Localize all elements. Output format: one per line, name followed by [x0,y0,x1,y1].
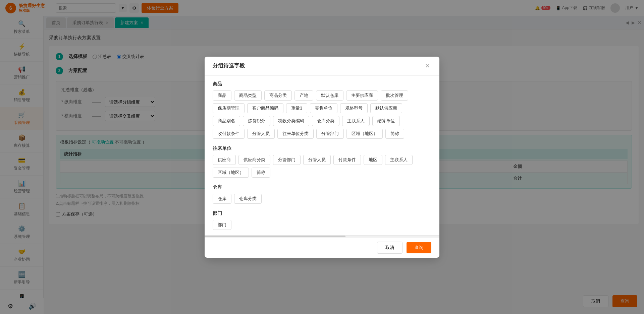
field-tag[interactable]: 保质期管理 [213,103,245,113]
field-tag[interactable]: 供应商 [213,155,236,165]
field-tag[interactable]: 收付款条件 [213,129,245,139]
field-tag[interactable]: 部门 [213,220,231,230]
field-tag[interactable]: 区域（地区） [213,168,249,178]
field-tag[interactable]: 结算单位 [372,116,400,126]
field-tag[interactable]: 主要供应商 [346,90,378,101]
field-tag[interactable]: 仓库 [213,194,231,204]
field-tag[interactable]: 主联系人 [385,155,413,165]
field-tag[interactable]: 默认供应商 [370,103,402,113]
field-tag[interactable]: 商品别名 [213,116,240,126]
field-tag[interactable]: 付款条件 [333,155,361,165]
field-tag[interactable]: 分管人员 [247,129,275,139]
field-tag[interactable]: 简称 [385,129,404,139]
field-tag[interactable]: 商品类型 [234,90,262,101]
section-partner-title: 往来单位 [213,145,431,151]
section-department: 部门 部门 [213,210,431,230]
field-tag[interactable]: 产地 [294,90,313,101]
modal-hscroll-thumb [205,236,345,237]
field-tag[interactable]: 地区 [364,155,382,165]
modal-header: 分组待选字段 ✕ [205,57,439,76]
section-goods-title: 商品 [213,81,431,87]
field-selection-modal: 分组待选字段 ✕ 商品 商品 商品类型 商品分类 产地 默认仓库 主要供应商 批… [205,57,439,258]
field-tag[interactable]: 重量3 [286,103,307,113]
modal-confirm-button[interactable]: 查询 [407,242,431,253]
partner-field-tags: 供应商 供应商分类 分管部门 分管人员 付款条件 地区 主联系人 区域（地区） … [213,155,431,178]
modal-cancel-button[interactable]: 取消 [377,242,402,254]
warehouse-field-tags: 仓库 仓库分类 [213,194,431,204]
field-tag[interactable]: 仓库分类 [234,194,262,204]
field-tag[interactable]: 批次管理 [381,90,408,101]
section-partner: 往来单位 供应商 供应商分类 分管部门 分管人员 付款条件 地区 主联系人 区域… [213,145,431,178]
modal-overlay: 分组待选字段 ✕ 商品 商品 商品类型 商品分类 产地 默认仓库 主要供应商 批… [0,0,644,314]
section-department-title: 部门 [213,210,431,216]
field-tag[interactable]: 商品 [213,90,231,101]
field-tag[interactable]: 零售单位 [310,103,337,113]
field-tag[interactable]: 仓库分类 [312,116,339,126]
field-tag[interactable]: 税收分类编码 [273,116,309,126]
field-tag[interactable]: 供应商分类 [238,155,270,165]
field-tag[interactable]: 分管人员 [303,155,331,165]
modal-close-button[interactable]: ✕ [423,62,431,70]
field-tag[interactable]: 默认仓库 [316,90,343,101]
modal-body: 商品 商品 商品类型 商品分类 产地 默认仓库 主要供应商 批次管理 保质期管理… [205,76,439,235]
field-tag[interactable]: 规格型号 [340,103,368,113]
field-tag[interactable]: 分管部门 [273,155,301,165]
field-tag[interactable]: 商品分类 [264,90,292,101]
field-tag[interactable]: 往来单位分类 [277,129,314,139]
field-tag[interactable]: 主联系人 [342,116,370,126]
modal-title: 分组待选字段 [213,62,245,69]
field-tag[interactable]: 客户商品编码 [247,103,283,113]
field-tag[interactable]: 分管部门 [316,129,344,139]
department-field-tags: 部门 [213,220,431,230]
modal-footer: 取消 查询 [205,237,439,258]
section-goods: 商品 商品 商品类型 商品分类 产地 默认仓库 主要供应商 批次管理 保质期管理… [213,81,431,139]
section-warehouse-title: 仓库 [213,184,431,190]
modal-horizontal-scrollbar[interactable] [205,235,439,237]
field-tag[interactable]: 简称 [252,168,270,178]
field-tag[interactable]: 炼货积分 [243,116,270,126]
section-warehouse: 仓库 仓库 仓库分类 [213,184,431,204]
goods-field-tags: 商品 商品类型 商品分类 产地 默认仓库 主要供应商 批次管理 保质期管理 客户… [213,90,431,139]
field-tag[interactable]: 区域（地区） [346,129,383,139]
